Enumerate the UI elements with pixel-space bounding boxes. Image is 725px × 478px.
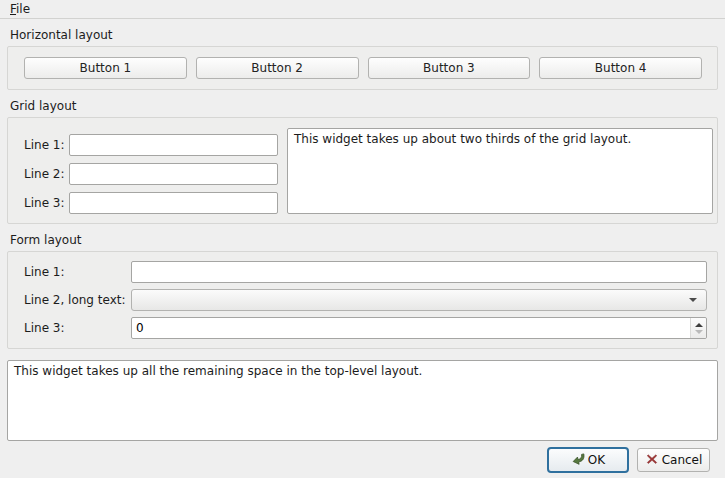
form-row-2: Line 2, long text: (24, 289, 707, 311)
grid-row-2: Line 2: (24, 163, 278, 185)
cancel-button[interactable]: Cancel (637, 448, 710, 472)
grid-line2-input[interactable] (69, 163, 278, 185)
form-row-1: Line 1: (24, 261, 707, 283)
form-layout-group: Form layout Line 1: Line 2, long text: L… (7, 233, 718, 349)
form-row-3: Line 3: (24, 317, 707, 339)
arrow-down-icon[interactable] (695, 330, 703, 334)
dialog-body: Horizontal layout Button 1 Button 2 Butt… (0, 28, 725, 473)
grid-row-1: Line 1: (24, 134, 278, 156)
grid-line3-label: Line 3: (24, 196, 69, 210)
form-line2-label: Line 2, long text: (24, 293, 131, 307)
horizontal-layout-title: Horizontal layout (10, 28, 718, 42)
grid-line1-label: Line 1: (24, 138, 69, 152)
form-layout-title: Form layout (10, 233, 718, 247)
ok-button[interactable]: OK (547, 447, 629, 473)
button-3[interactable]: Button 3 (368, 57, 531, 79)
bottom-text-edit[interactable]: This widget takes up all the remaining s… (7, 360, 718, 441)
form-line2-combobox[interactable] (131, 289, 707, 311)
grid-line2-label: Line 2: (24, 167, 69, 181)
grid-line1-input[interactable] (69, 134, 278, 156)
grid-text-edit[interactable]: This widget takes up about two thirds of… (287, 128, 713, 214)
grid-layout-group: Grid layout Line 1: Line 2: Line 3: This… (7, 99, 718, 224)
chevron-down-icon (689, 298, 697, 302)
grid-line3-input[interactable] (69, 192, 278, 214)
menu-bar: File (0, 0, 725, 19)
horizontal-layout-frame: Button 1 Button 2 Button 3 Button 4 (7, 46, 718, 90)
grid-layout-frame: Line 1: Line 2: Line 3: This widget take… (7, 117, 718, 224)
form-line1-input[interactable] (131, 261, 707, 283)
green-return-arrow-icon (571, 451, 587, 470)
menu-item-file[interactable]: File (4, 1, 36, 17)
ok-button-label: OK (588, 453, 605, 467)
horizontal-layout-group: Horizontal layout Button 1 Button 2 Butt… (7, 28, 718, 90)
spinbox-buttons (690, 318, 706, 338)
arrow-up-icon[interactable] (695, 323, 703, 327)
button-2[interactable]: Button 2 (196, 57, 359, 79)
button-4[interactable]: Button 4 (539, 57, 702, 79)
form-line3-label: Line 3: (24, 321, 131, 335)
dialog-button-row: OK Cancel (7, 447, 718, 473)
grid-layout-title: Grid layout (10, 99, 718, 113)
form-line3-spinbox[interactable] (131, 317, 707, 339)
button-1[interactable]: Button 1 (24, 57, 187, 79)
grid-left-column: Line 1: Line 2: Line 3: (24, 128, 278, 214)
menu-item-file-rest: ile (16, 2, 30, 16)
red-x-icon (645, 452, 659, 469)
grid-row-3: Line 3: (24, 192, 278, 214)
cancel-button-label: Cancel (662, 453, 703, 467)
form-line1-label: Line 1: (24, 265, 131, 279)
spinbox-input[interactable] (131, 317, 707, 339)
form-layout-frame: Line 1: Line 2, long text: Line 3: (7, 251, 718, 349)
